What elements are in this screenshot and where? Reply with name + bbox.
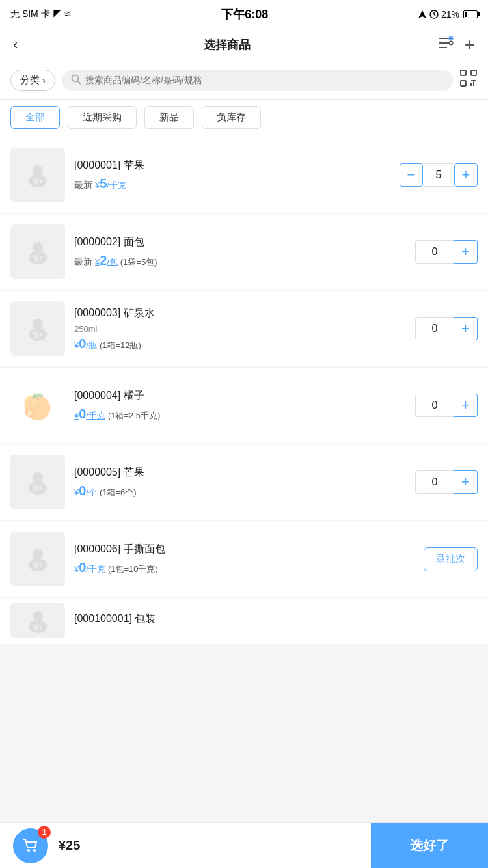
default-product-icon-6: 智+: [20, 541, 55, 576]
product-name-0000005: [0000005] 芒果: [74, 466, 406, 480]
svg-point-39: [33, 549, 43, 560]
product-info-0000006: [0000006] 手撕面包 ¥0/千克 (1包=10千克): [74, 543, 414, 575]
product-info-partial: [000100001] 包装: [74, 612, 478, 630]
product-name-0000003: [0000003] 矿泉水: [74, 306, 406, 320]
product-info-0000005: [0000005] 芒果 ¥0/个 (1箱=6个): [74, 466, 406, 498]
page-title: 选择商品: [204, 37, 251, 53]
filter-icon[interactable]: [437, 35, 454, 55]
product-image-0000003: 智+: [10, 301, 65, 356]
scan-svg: [459, 69, 478, 87]
qty-plus-0000004[interactable]: +: [454, 394, 478, 417]
search-svg: [71, 74, 81, 85]
back-button[interactable]: ‹: [13, 36, 18, 53]
default-product-icon-5: 智+: [20, 465, 55, 500]
svg-line-3: [434, 14, 435, 16]
product-item-0000001: 智+ [0000001] 苹果 最新 ¥5/千克 − +: [0, 137, 488, 213]
filter-tabs: 全部 近期采购 新品 负库存: [0, 100, 488, 137]
tab-new[interactable]: 新品: [144, 106, 194, 129]
product-name-partial: [000100001] 包装: [74, 612, 478, 626]
product-item-0000002: 智+ [0000002] 面包 最新 ¥2/包 (1袋=5包) +: [0, 214, 488, 290]
qty-control-0000003: +: [415, 317, 478, 340]
category-chevron: ›: [42, 75, 46, 86]
search-input[interactable]: [85, 75, 444, 85]
alarm-icon: [429, 10, 439, 19]
status-time: 下午6:08: [221, 7, 268, 22]
bottom-bar: 1 ¥25 选好了: [0, 822, 488, 868]
svg-point-36: [33, 472, 43, 483]
qty-plus-0000005[interactable]: +: [454, 470, 478, 494]
product-price-0000005: ¥0/个 (1箱=6个): [74, 483, 406, 498]
qty-control-0000005: +: [415, 470, 478, 494]
product-price-0000004: ¥0/千克 (1箱=2.5千克): [74, 407, 406, 422]
qty-input-0000001[interactable]: [423, 163, 454, 187]
qty-input-0000003[interactable]: [415, 317, 454, 340]
scan-icon[interactable]: [459, 69, 478, 91]
product-price-0000001: 最新 ¥5/千克: [74, 176, 390, 191]
product-spec-0000003: 250ml: [74, 324, 406, 334]
add-icon[interactable]: +: [465, 34, 475, 55]
cart-svg: [21, 837, 40, 855]
product-list: 智+ [0000001] 苹果 最新 ¥5/千克 − + 智+: [0, 137, 488, 644]
qty-input-0000005[interactable]: [415, 470, 454, 494]
svg-text:智+: 智+: [33, 485, 43, 492]
tab-recent[interactable]: 近期采购: [68, 106, 137, 129]
product-item-0000005: 智+ [0000005] 芒果 ¥0/个 (1箱=6个) +: [0, 444, 488, 520]
svg-point-23: [33, 319, 43, 329]
battery-icon: [463, 10, 478, 18]
svg-point-34: [27, 410, 33, 416]
category-button[interactable]: 分类 ›: [10, 70, 55, 91]
svg-rect-13: [461, 81, 466, 86]
product-image-0000001: 智+: [10, 148, 65, 202]
nav-actions: +: [437, 34, 475, 55]
product-info-0000003: [0000003] 矿泉水 250ml ¥0/瓶 (1箱=12瓶): [74, 306, 406, 351]
qty-input-0000004[interactable]: [415, 394, 454, 417]
product-image-0000006: 智+: [10, 532, 65, 586]
category-label: 分类: [20, 74, 40, 87]
confirm-button[interactable]: 选好了: [371, 823, 488, 869]
svg-line-10: [78, 81, 81, 84]
tab-all[interactable]: 全部: [10, 106, 60, 129]
battery-fill: [465, 12, 467, 17]
orange-svg: [20, 388, 55, 423]
product-image-0000002: 智+: [10, 224, 65, 279]
svg-rect-12: [471, 70, 476, 75]
svg-text:智+: 智+: [33, 623, 43, 631]
product-item-partial: 智+ [000100001] 包装: [0, 598, 488, 644]
product-info-0000002: [0000002] 面包 最新 ¥2/包 (1袋=5包): [74, 236, 406, 268]
status-bar: 无 SIM 卡 ◤ ≋ 下午6:08 21%: [0, 0, 488, 29]
tab-negative[interactable]: 负库存: [202, 106, 261, 129]
svg-point-42: [33, 611, 43, 621]
product-name-0000002: [0000002] 面包: [74, 236, 406, 249]
svg-point-46: [33, 849, 36, 852]
qty-plus-0000002[interactable]: +: [454, 240, 478, 264]
default-product-icon-2: 智+: [20, 234, 55, 269]
cart-button[interactable]: 1: [13, 828, 48, 863]
svg-text:智+: 智+: [33, 331, 43, 338]
product-image-0000004: [10, 378, 65, 433]
product-price-0000006: ¥0/千克 (1包=10千克): [74, 560, 414, 575]
product-info-0000004: [0000004] 橘子 ¥0/千克 (1箱=2.5千克): [74, 389, 406, 422]
batch-button-0000006[interactable]: 录批次: [424, 547, 478, 571]
qty-minus-0000001[interactable]: −: [400, 163, 423, 187]
product-name-0000004: [0000004] 橘子: [74, 389, 406, 403]
qty-plus-0000003[interactable]: +: [454, 317, 478, 340]
default-product-icon: 智+: [20, 157, 55, 193]
default-product-icon-3: 智+: [20, 311, 55, 346]
battery-pct: 21%: [441, 9, 459, 20]
filter-svg: [437, 35, 454, 51]
svg-point-17: [33, 165, 43, 176]
location-icon: [418, 10, 427, 19]
product-item-0000003: 智+ [0000003] 矿泉水 250ml ¥0/瓶 (1箱=12瓶) +: [0, 291, 488, 366]
status-left: 无 SIM 卡 ◤ ≋: [10, 8, 72, 20]
svg-point-8: [449, 41, 452, 44]
qty-input-0000002[interactable]: [415, 240, 454, 264]
default-product-icon-7: 智+: [20, 603, 55, 638]
qty-control-0000004: +: [415, 394, 478, 417]
svg-text:智+: 智+: [33, 254, 43, 262]
product-image-0000005: 智+: [10, 455, 65, 509]
product-item-0000004: [0000004] 橘子 ¥0/千克 (1箱=2.5千克) +: [0, 368, 488, 443]
product-info-0000001: [0000001] 苹果 最新 ¥5/千克: [74, 159, 390, 191]
qty-plus-0000001[interactable]: +: [454, 163, 478, 187]
product-image-partial: 智+: [10, 603, 65, 638]
svg-point-45: [27, 849, 30, 852]
